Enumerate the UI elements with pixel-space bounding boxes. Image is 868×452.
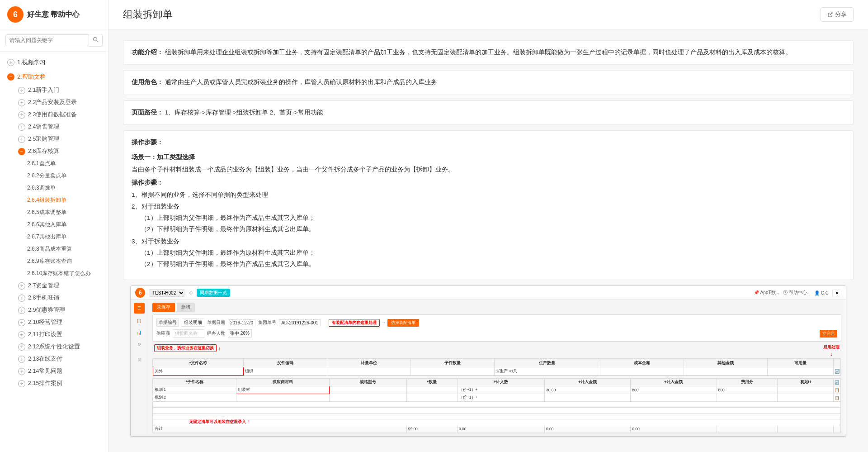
step2-sub1: （1）上部明细为父件明细，最终作为产成品生成其它入库单；	[132, 213, 845, 224]
function-intro-label: 功能介绍：	[132, 48, 163, 56]
sidebar-item-data[interactable]: + 2.3使用前数据准备	[13, 109, 108, 121]
sidebar-item-system[interactable]: + 2.12系统个性化设置	[13, 341, 108, 353]
sidebar-item-coupon[interactable]: + 2.9优惠券管理	[13, 304, 108, 316]
step2-sub2: （2）下部明细为子件明细，最终作为原材料生成其它出库单。	[132, 224, 845, 235]
sidebar-item-docs[interactable]: − 2.帮助文档	[0, 70, 108, 84]
ss-tab-new[interactable]: 新增	[177, 303, 195, 312]
search-input[interactable]	[5, 34, 89, 46]
ss-empty-row4	[153, 408, 841, 414]
ss-upper-cell-unit	[327, 367, 411, 376]
ss-lrow2-material	[236, 394, 329, 402]
ss-app-label: 📌 AppT数...	[754, 290, 779, 296]
sidebar-item-video[interactable]: + 1.视频学习	[0, 55, 108, 70]
sidebar-item-mobile[interactable]: + 2.8手机旺铺	[13, 292, 108, 304]
ss-empty-row6	[153, 419, 841, 425]
sidebar-item-otherin[interactable]: 2.6.6其他入库单	[25, 219, 108, 231]
ss-lrow2-inqty: （价+1）+	[457, 394, 544, 402]
ss-docno-label: 集团单号	[258, 319, 276, 326]
sidebar-item-sales[interactable]: + 2.4销售管理	[13, 121, 108, 133]
ss-upper-cell-other	[684, 367, 767, 376]
ss-confirm-btn[interactable]: 立完完	[820, 330, 837, 338]
share-button[interactable]: 分享	[821, 7, 854, 22]
nav-list: + 1.视频学习 − 2.帮助文档 + 2.1新手入门 + 2.2产品安装及登录…	[0, 52, 108, 393]
ss-upper-cell-prodqty: 1/生产 <1只	[495, 367, 600, 376]
scene-desc: 当由多个子件材料组装成一个成品的业务为【组装】业务，当由一个父件拆分成多个子产品…	[132, 165, 845, 175]
sidebar-item-inventory[interactable]: − 2.6库存核算	[13, 145, 108, 157]
role-text: 通常由生产人员或库管人员完成拆装业务的操作，库管人员确认原材料的出库和产成品的入…	[165, 79, 437, 86]
ss-annotation2: 组装业务、拆卸业务在这里切换	[154, 344, 217, 352]
plus-icon: +	[18, 343, 25, 351]
ss-tab-unsaved[interactable]: 未保存	[152, 303, 175, 312]
ss-th-action	[834, 359, 841, 367]
ss-lrow1-spec	[330, 386, 407, 394]
ss-lower-row2: 概划 2 （价+1）+ 📋	[153, 394, 841, 402]
search-button[interactable]	[89, 34, 103, 47]
screenshot-container: 6 TEST-H002 ⚙ 同期数据一览 📌 AppT数... ⑦ 帮助中心..…	[130, 285, 846, 437]
ss-lrow2-action: 📋	[834, 394, 841, 402]
ss-th-subqty: 子件数量	[411, 359, 495, 367]
ss-lrow2-qty	[406, 394, 457, 402]
ss-assembly-list-btn[interactable]: 选择装配清单	[387, 319, 419, 327]
ss-lth6: +计入金额	[544, 379, 630, 386]
ss-upper-table: *父件名称 父件编码 计量单位 子件数量 生产数量 成本金额 其他金额 可用量	[153, 359, 841, 376]
ss-lrow2-init	[778, 394, 834, 402]
sidebar-item-partstock[interactable]: 2.6.2分量盘点单	[25, 170, 108, 182]
svg-line-1	[97, 41, 99, 43]
sidebar-item-faq[interactable]: + 2.14常见问题	[13, 365, 108, 377]
sidebar-item-assembly[interactable]: 2.6.4组装拆卸单	[25, 194, 108, 206]
plus-icon: +	[18, 380, 25, 387]
ss-lth4: *数量	[406, 379, 457, 386]
sidebar-item-costadj[interactable]: 2.6.5成本调整单	[25, 206, 108, 219]
sidebar-item-print[interactable]: + 2.11打印设置	[13, 328, 108, 341]
ss-sidebar-icon4: ⚙	[135, 340, 144, 349]
plus-icon: +	[18, 87, 25, 94]
ss-date-label: 单据日期	[207, 319, 225, 326]
ss-main: 未保存 新增 单据编号 组装明细 单据日期 2019-12-20 集团单号 AD…	[148, 300, 846, 436]
role-label: 使用角色：	[132, 78, 163, 86]
ss-lrow2-fee	[717, 394, 778, 402]
ss-th-name: *父件名称	[153, 359, 244, 367]
sidebar-item-purchase[interactable]: + 2.5采购管理	[13, 133, 108, 145]
search-box	[0, 29, 108, 52]
plus-icon: +	[18, 124, 25, 131]
path-block: 页面路径： 1、库存核算->库存管理->组装拆卸单 2、首页->常用功能	[123, 100, 854, 125]
plus-icon: +	[18, 282, 25, 290]
ss-footer-in1: 0.00	[544, 425, 630, 433]
sidebar-item-stockcheck[interactable]: 2.6.9库存账本查询	[25, 255, 108, 267]
sidebar-item-otherout[interactable]: 2.6.7其他出库单	[25, 231, 108, 243]
ss-annotations-row: 组装业务、拆卸业务在这里切换 ↑ 启用处理 ↓	[152, 344, 841, 357]
sidebar-item-stocktake[interactable]: 2.6.1盘点单	[25, 157, 108, 170]
ss-sidebar-icon2: 📋	[135, 316, 144, 325]
sidebar-item-install[interactable]: + 2.2产品安装及登录	[13, 96, 108, 109]
ss-overview-btn[interactable]: 同期数据一览	[197, 289, 230, 297]
steps-title: 操作步骤：	[132, 137, 845, 148]
ss-form-row1: 单据编号 组装明细 单据日期 2019-12-20 集团单号 AD-201912…	[156, 319, 837, 327]
ss-lower-row4	[153, 408, 841, 414]
ss-lth3: 规格型号	[330, 379, 407, 386]
ss-supplier-label: 供应商	[156, 330, 170, 337]
function-intro-text: 组装拆卸单用来处理企业组装或拆卸等加工业务，支持有固定装配清单的产品加工业务，也…	[165, 49, 792, 56]
plus-icon: +	[18, 99, 25, 106]
function-intro-block: 功能介绍： 组装拆卸单用来处理企业组装或拆卸等加工业务，支持有固定装配清单的产品…	[123, 40, 854, 65]
ss-arrow2: ↑	[218, 346, 221, 351]
ss-company-select[interactable]: TEST-H002	[149, 289, 185, 297]
role-block: 使用角色： 通常由生产人员或库管人员完成拆装业务的操作，库管人员确认原材料的出库…	[123, 70, 854, 95]
ss-th-avail: 可用量	[767, 359, 833, 367]
ss-left-sidebar: ☰ 📋 📊 ⚙ 同	[131, 300, 148, 436]
sidebar-item-mgmt[interactable]: + 2.10经营管理	[13, 316, 108, 328]
sidebar-header: 6 好生意 帮助中心	[0, 0, 108, 29]
sidebar-item-adjust[interactable]: 2.6.3调拨单	[25, 182, 108, 194]
plus-icon: +	[18, 331, 25, 338]
sidebar-item-finance[interactable]: + 2.7资金管理	[13, 280, 108, 292]
plus-icon: +	[18, 307, 25, 314]
ss-close-btn[interactable]: ✕	[832, 290, 841, 296]
ss-lrow1-inamount2: 800	[631, 386, 717, 394]
sidebar-item-costrecalc[interactable]: 2.6.8商品成本重算	[25, 243, 108, 255]
sidebar-item-pay[interactable]: + 2.13在线支付	[13, 353, 108, 365]
ss-user-icon: 👤 C.C	[814, 290, 829, 295]
sidebar-item-stockfix[interactable]: 2.6.10库存账本错了怎么办	[25, 267, 108, 280]
sidebar-item-new[interactable]: + 2.1新手入门	[13, 84, 108, 96]
ss-lth-actions: 🔄	[834, 379, 841, 386]
sidebar-item-cases[interactable]: + 2.15操作案例	[13, 377, 108, 390]
ss-th-code: 父件编码	[244, 359, 327, 367]
